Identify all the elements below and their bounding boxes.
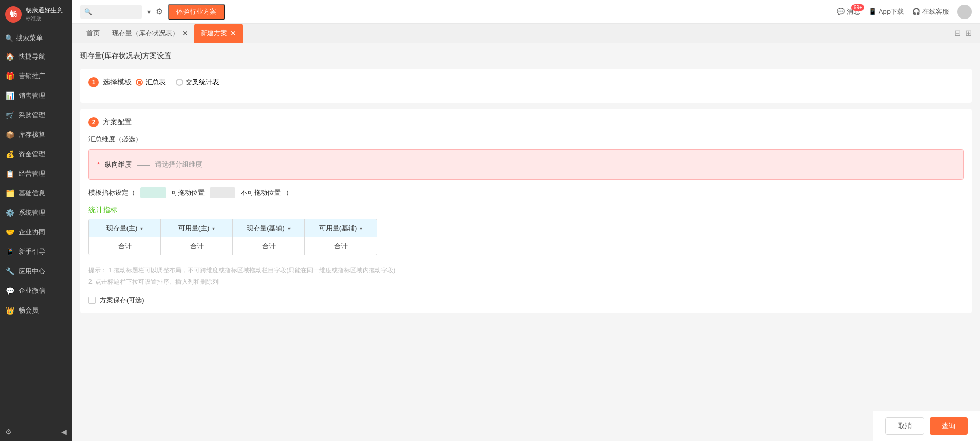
minimize-icon[interactable]: ⊟ [954,28,961,38]
col3-header[interactable]: 现存量(基辅) ▾ [233,219,305,237]
cancel-button[interactable]: 取消 [885,417,924,435]
sidebar-item-new-guide[interactable]: 📱 新手引导 [0,242,72,262]
finance-icon: 💰 [5,150,14,159]
col2-header[interactable]: 可用量(主) ▾ [161,219,233,237]
expand-icon[interactable]: ⊞ [965,28,972,38]
col2-data: 合计 [161,237,233,255]
online-service-label: 在线客服 [922,7,949,16]
radio-summary-circle [136,79,143,86]
sidebar-item-inventory[interactable]: 📦 库存核算 [0,125,72,144]
message-icon: 💬 [837,8,845,15]
footer-buttons: 取消 查询 [873,411,980,441]
vip-icon: 👑 [5,306,14,315]
sidebar-item-label: 经营管理 [19,169,45,178]
col3-label: 现存量(基辅) [247,224,285,233]
vertical-dim-area: * 纵向维度 —— 请选择分组维度 [88,149,964,180]
new-guide-icon: 📱 [5,247,14,256]
sidebar-item-system[interactable]: ⚙️ 系统管理 [0,203,72,223]
sidebar-item-app-center[interactable]: 🔧 应用中心 [0,262,72,281]
radio-cross-circle [176,79,183,86]
radio-cross-table[interactable]: 交叉统计表 [176,78,219,87]
sidebar-item-label: 采购管理 [19,111,45,120]
topbar-search-icon: 🔍 [84,8,92,15]
dim-dash: —— [137,161,150,169]
sidebar: 畅 畅康通好生意 标准版 🔍 搜索菜单 🏠 快捷导航 🎁 营销推广 📊 销售管理… [0,0,72,441]
sidebar-item-label: 资金管理 [19,150,45,159]
app-version: 标准版 [26,15,63,22]
sidebar-item-purchase[interactable]: 🛒 采购管理 [0,105,72,125]
vertical-dim-placeholder[interactable]: 请选择分组维度 [155,160,202,169]
tab-new-plan-close[interactable]: ✕ [230,29,237,38]
tab-inventory-status[interactable]: 现存量（库存状况表） ✕ [106,24,194,43]
message-badge: 99+ [851,4,864,11]
topbar-gear-icon[interactable]: ⚙ [156,7,163,16]
user-avatar[interactable] [957,5,972,19]
topbar-left: 🔍 ▾ ⚙ 体验行业方案 [80,4,225,20]
operations-icon: 📋 [5,169,14,178]
settings-footer-button[interactable]: ⚙ [5,428,12,436]
section1-num: 1 [88,77,99,87]
sidebar-item-label: 应用中心 [19,267,45,276]
col4-header[interactable]: 可用量(基辅) ▾ [305,219,377,237]
system-icon: ⚙️ [5,208,14,217]
sidebar-item-basic-info[interactable]: 🗂️ 基础信息 [0,183,72,203]
sidebar-item-enterprise[interactable]: 🤝 企业协同 [0,223,72,242]
tip2: 2. 点击标题栏下拉可设置排序、插入列和删除列 [88,277,964,288]
sidebar-item-label: 营销推广 [19,71,45,81]
online-service-button[interactable]: 🎧 在线客服 [912,7,949,16]
topbar: 🔍 ▾ ⚙ 体验行业方案 💬 消息 99+ 📱 App下载 🎧 在线客服 [72,0,980,24]
tip1: 提示： 1.拖动标题栏可以调整布局，不可跨维度或指标区域拖动栏目字段(只能在同一… [88,265,964,277]
message-button[interactable]: 💬 消息 99+ [837,7,860,16]
topbar-right: 💬 消息 99+ 📱 App下载 🎧 在线客服 [837,5,972,19]
fixed-indicator [210,187,235,198]
sidebar-search[interactable]: 🔍 搜索菜单 [0,29,72,47]
tab-new-plan[interactable]: 新建方案 ✕ [194,24,243,43]
sidebar-item-enterprise-wechat[interactable]: 💬 企业微信 [0,281,72,301]
app-name-block: 畅康通好生意 标准版 [26,7,63,22]
stats-header-row: 现存量(主) ▾ 可用量(主) ▾ 现存量(基辅) ▾ 可用量(基辅) ▾ [89,219,377,237]
col1-header[interactable]: 现存量(主) ▾ [89,219,161,237]
app-download-button[interactable]: 📱 App下载 [868,7,904,16]
radio-summary-label: 汇总表 [146,78,166,87]
topbar-dropdown-icon[interactable]: ▾ [147,8,151,16]
radio-summary-table[interactable]: 汇总表 [136,78,166,87]
app-center-icon: 🔧 [5,267,14,276]
sidebar-item-operations[interactable]: 📋 经营管理 [0,164,72,183]
sidebar-item-sales[interactable]: 📊 销售管理 [0,86,72,105]
sidebar-footer: ⚙ ◀ [0,422,72,441]
required-star: * [97,161,100,169]
col1-label: 现存量(主) [106,224,138,233]
col1-data: 合计 [89,237,161,255]
section-select-template: 1 选择模板 汇总表 交叉统计表 [80,69,972,103]
query-button[interactable]: 查询 [930,417,968,435]
col3-data: 合计 [233,237,305,255]
indicator-row: 模板指标设定（ 可拖动位置 不可拖动位置 ） [88,187,964,198]
section2-header: 2 方案配置 [88,117,964,127]
sidebar-item-label: 基础信息 [19,189,45,198]
app-download-icon: 📱 [868,8,877,15]
trial-industry-button[interactable]: 体验行业方案 [168,4,225,20]
summary-dim-label: 汇总维度（必选） [88,135,964,144]
sidebar-item-quick-nav[interactable]: 🏠 快捷导航 [0,47,72,66]
enterprise-icon: 🤝 [5,228,14,237]
sidebar-item-label: 新手引导 [19,247,45,256]
sidebar-item-label: 畅会员 [19,306,39,315]
marketing-icon: 🎁 [5,71,14,81]
collapse-sidebar-button[interactable]: ◀ [61,428,67,436]
save-checkbox[interactable] [88,297,96,304]
template-radio-group: 汇总表 交叉统计表 [136,78,219,87]
tabs-bar: 首页 现存量（库存状况表） ✕ 新建方案 ✕ ⊟ ⊞ [72,24,980,43]
tab-inventory-status-close[interactable]: ✕ [182,29,188,38]
sidebar-item-marketing[interactable]: 🎁 营销推广 [0,66,72,86]
draggable-label: 可拖动位置 [171,188,205,197]
topbar-search-box[interactable]: 🔍 [80,5,142,19]
quick-nav-icon: 🏠 [5,52,14,61]
tab-home[interactable]: 首页 [80,24,106,43]
sidebar-item-finance[interactable]: 💰 资金管理 [0,144,72,164]
sidebar-nav: 🏠 快捷导航 🎁 营销推广 📊 销售管理 🛒 采购管理 📦 库存核算 💰 资金管… [0,47,72,422]
enterprise-wechat-icon: 💬 [5,286,14,296]
sidebar-item-label: 库存核算 [19,130,45,139]
sidebar-item-label: 系统管理 [19,208,45,217]
sidebar-item-vip[interactable]: 👑 畅会员 [0,301,72,320]
col4-label: 可用量(基辅) [319,224,357,233]
